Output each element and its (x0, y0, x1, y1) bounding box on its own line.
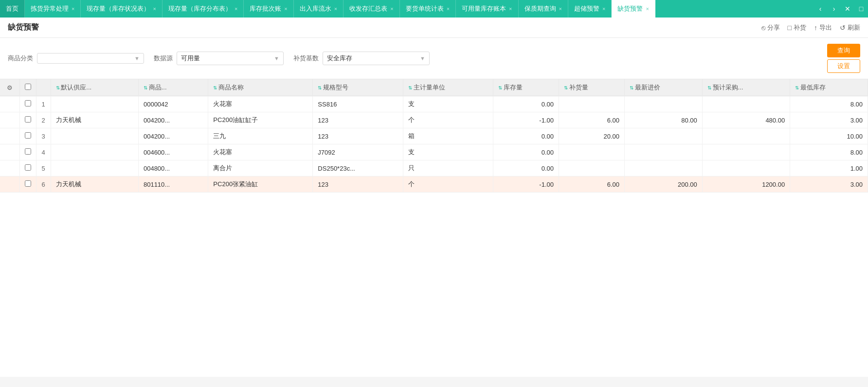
tab-close-btn-4[interactable]: × (284, 6, 287, 12)
row-code-4: 004800... (138, 160, 208, 176)
tab-item-2[interactable]: 现存量（库存状况表）× (81, 0, 162, 18)
col-gear: ⚙ (0, 79, 19, 96)
row-estimated-purchase-2 (702, 128, 790, 144)
table-header: ⚙ ⇅ 默认供应... ⇅ 商品... ⇅ 商品名称 (0, 79, 868, 96)
col-check (19, 79, 36, 96)
row-checkbox-4[interactable] (25, 164, 31, 171)
tab-close-all-button[interactable]: ✕ (841, 0, 854, 18)
tab-nav-buttons: ‹ › ✕ □ (814, 0, 868, 18)
row-stock-5: -1.00 (493, 176, 559, 193)
share-button[interactable]: ⎋ 分享 (761, 23, 780, 32)
row-min-stock-0: 8.00 (790, 96, 868, 112)
tab-item-1[interactable]: 拣货异常处理× (25, 0, 81, 18)
tab-prev-button[interactable]: ‹ (814, 0, 827, 18)
tab-label-8: 可用量库存账本 (462, 4, 506, 13)
row-check-2[interactable] (19, 128, 36, 144)
tab-maximize-button[interactable]: □ (854, 0, 868, 18)
tab-label-11: 缺货预警 (617, 4, 643, 13)
select-all-checkbox[interactable] (25, 84, 31, 90)
tab-close-btn-10[interactable]: × (602, 6, 605, 12)
tab-item-11[interactable]: 缺货预警× (612, 0, 655, 18)
row-index-5: 6 (36, 176, 51, 193)
export-button[interactable]: ↑ 导出 (814, 23, 832, 32)
col-index (36, 79, 51, 96)
row-index-3: 4 (36, 144, 51, 160)
row-min-stock-1: 3.00 (790, 112, 868, 128)
col-spec[interactable]: ⇅ 规格型号 (313, 79, 403, 96)
row-checkbox-2[interactable] (25, 132, 31, 139)
row-gear-2 (0, 128, 19, 144)
tab-close-btn-2[interactable]: × (153, 6, 156, 12)
row-check-0[interactable] (19, 96, 36, 112)
col-default-supplier[interactable]: ⇅ 默认供应... (51, 79, 138, 96)
row-check-1[interactable] (19, 112, 36, 128)
tab-close-btn-11[interactable]: × (646, 6, 649, 12)
refresh-button[interactable]: ↺ 刷新 (840, 23, 860, 32)
tab-item-8[interactable]: 可用量库存账本× (456, 0, 518, 18)
tab-item-0[interactable]: 首页 (0, 0, 25, 18)
row-checkbox-1[interactable] (25, 116, 31, 123)
row-gear-5 (0, 176, 19, 193)
tab-item-10[interactable]: 超储预警× (568, 0, 612, 18)
col-unit[interactable]: ⇅ 主计量单位 (403, 79, 493, 96)
table-row: 2 力天机械 004200... PC200油缸缸子 123 个 -1.00 6… (0, 112, 868, 128)
col-product-code[interactable]: ⇅ 商品... (138, 79, 208, 96)
datasource-select[interactable]: 可用量 ▼ (177, 52, 284, 65)
table-row: 5 004800... 离合片 DS250*23c... 只 0.00 1.00 (0, 160, 868, 176)
tab-close-btn-1[interactable]: × (72, 6, 74, 12)
tab-close-btn-7[interactable]: × (447, 6, 450, 12)
row-supplier-1: 力天机械 (51, 112, 138, 128)
settings-button[interactable]: 设置 (827, 59, 860, 73)
row-stock-3: 0.00 (493, 144, 559, 160)
tab-next-button[interactable]: › (827, 0, 841, 18)
row-min-stock-5: 3.00 (790, 176, 868, 193)
tab-item-9[interactable]: 保质期查询× (519, 0, 568, 18)
table-scroll-area[interactable]: ⚙ ⇅ 默认供应... ⇅ 商品... ⇅ 商品名称 (0, 79, 868, 377)
row-checkbox-0[interactable] (25, 100, 31, 106)
row-checkbox-5[interactable] (25, 180, 31, 187)
tab-close-btn-8[interactable]: × (509, 6, 512, 12)
refresh-label: 刷新 (848, 23, 860, 32)
tab-item-4[interactable]: 库存批次账× (244, 0, 293, 18)
tab-close-btn-5[interactable]: × (334, 6, 337, 12)
sort-icon-4: ⇅ (318, 85, 323, 90)
row-replenish-2: 20.00 (559, 128, 625, 144)
row-latest-price-2 (624, 128, 702, 144)
row-name-2: 三九 (208, 128, 313, 144)
row-unit-3: 支 (403, 144, 493, 160)
share-icon: ⎋ (761, 24, 765, 32)
tab-label-10: 超储预警 (574, 4, 599, 13)
tab-close-btn-9[interactable]: × (559, 6, 562, 12)
col-estimated-purchase[interactable]: ⇅ 预计采购... (702, 79, 790, 96)
col-min-stock[interactable]: ⇅ 最低库存 (790, 79, 868, 96)
table-row: 3 004200... 三九 123 箱 0.00 20.00 10.00 (0, 128, 868, 144)
data-table: ⚙ ⇅ 默认供应... ⇅ 商品... ⇅ 商品名称 (0, 79, 868, 193)
col-latest-price[interactable]: ⇅ 最新进价 (624, 79, 702, 96)
tab-item-5[interactable]: 出入库流水× (294, 0, 344, 18)
row-spec-5: 123 (313, 176, 403, 193)
gear-icon[interactable]: ⚙ (7, 84, 13, 91)
main-content: 缺货预警 ⎋ 分享 □ 补货 ↑ 导出 ↺ 刷新 商品分类 (0, 18, 868, 377)
tab-item-6[interactable]: 收发存汇总表× (344, 0, 399, 18)
tab-close-btn-6[interactable]: × (390, 6, 393, 12)
row-check-5[interactable] (19, 176, 36, 193)
datasource-filter-group: 数据源 可用量 ▼ (154, 52, 284, 65)
col-stock[interactable]: ⇅ 库存量 (493, 79, 559, 96)
row-check-4[interactable] (19, 160, 36, 176)
replenish-base-select[interactable]: 安全库存 ▼ (323, 52, 430, 65)
row-check-3[interactable] (19, 144, 36, 160)
replenish-label: 补货 (794, 23, 806, 32)
col-product-name[interactable]: ⇅ 商品名称 (208, 79, 313, 96)
row-index-2: 3 (36, 128, 51, 144)
replenish-icon: □ (788, 24, 792, 32)
row-spec-1: 123 (313, 112, 403, 128)
col-replenish[interactable]: ⇅ 补货量 (559, 79, 625, 96)
row-estimated-purchase-5: 1200.00 (702, 176, 790, 193)
query-button[interactable]: 查询 (827, 44, 860, 57)
replenish-button[interactable]: □ 补货 (788, 23, 806, 32)
category-select[interactable]: ▼ (37, 53, 144, 64)
row-checkbox-3[interactable] (25, 148, 31, 155)
tab-close-btn-3[interactable]: × (235, 6, 237, 12)
tab-item-3[interactable]: 现存量（库存分布表）× (163, 0, 244, 18)
tab-item-7[interactable]: 要货单统计表× (400, 0, 456, 18)
